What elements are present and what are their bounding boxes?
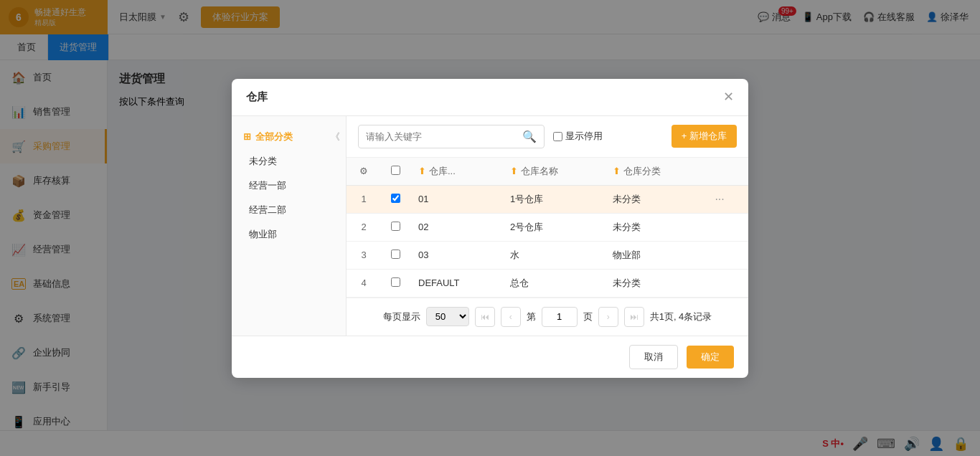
modal-overlay: 仓库 ✕ ⊞ 全部分类 《 未分类 经 (0, 0, 980, 456)
category-ops2[interactable]: 经营二部 (232, 198, 346, 222)
table-row: 4 DEFAULT 总仓 未分类 (347, 269, 748, 297)
search-box: 🔍 (358, 125, 545, 148)
warehouse-tbody: 1 01 1号仓库 未分类 ··· 2 02 2号仓库 未分类 3 03 水 物… (347, 185, 748, 297)
row-actions (706, 269, 748, 297)
category-property-label: 物业部 (249, 229, 277, 239)
th-category: ⬆ 仓库分类 (604, 158, 707, 186)
show-disabled-label: 显示停用 (565, 130, 603, 143)
search-button[interactable]: 🔍 (515, 125, 544, 148)
row-code: 02 (410, 213, 501, 241)
th-category-label: 仓库分类 (623, 165, 661, 178)
row-checkbox-cell (381, 213, 410, 241)
row-checkbox-cell (381, 185, 410, 213)
all-categories-header[interactable]: ⊞ 全部分类 (232, 125, 304, 149)
modal-main-content: 🔍 显示停用 + 新增仓库 ⚙ (347, 116, 748, 336)
row-category: 未分类 (604, 213, 707, 241)
row-code: 03 (410, 241, 501, 269)
th-code: ⬆ 仓库... (410, 158, 501, 186)
row-actions: ··· (706, 185, 748, 213)
pagination: 每页显示 50 20 100 ⏮ ‹ 第 页 › ⏭ 共1页, 4条记录 (347, 298, 748, 336)
category-unclassified-label: 未分类 (249, 156, 277, 166)
row-code: DEFAULT (410, 269, 501, 297)
more-icon[interactable]: ··· (715, 193, 724, 205)
modal-header: 仓库 ✕ (232, 79, 748, 116)
category-ops2-label: 经营二部 (249, 204, 286, 215)
modal-category-sidebar: ⊞ 全部分类 《 未分类 经营一部 经营二部 物业部 (232, 116, 347, 336)
row-number: 4 (347, 269, 381, 297)
th-actions (706, 158, 748, 186)
row-name: 1号仓库 (501, 185, 604, 213)
warehouse-modal: 仓库 ✕ ⊞ 全部分类 《 未分类 经 (232, 79, 748, 378)
row-checkbox[interactable] (391, 250, 400, 259)
row-category: 物业部 (604, 241, 707, 269)
modal-footer: 取消 确定 (232, 336, 748, 378)
row-checkbox[interactable] (391, 222, 400, 231)
row-number: 2 (347, 213, 381, 241)
row-name: 总仓 (501, 269, 604, 297)
row-checkbox[interactable] (391, 194, 400, 203)
row-number: 1 (347, 185, 381, 213)
row-name: 水 (501, 241, 604, 269)
table-row: 2 02 2号仓库 未分类 (347, 213, 748, 241)
sort-icon: ⬆ (418, 166, 426, 176)
category-property[interactable]: 物业部 (232, 222, 346, 247)
modal-close-button[interactable]: ✕ (723, 90, 734, 103)
page-input[interactable] (542, 307, 578, 327)
modal-body: ⊞ 全部分类 《 未分类 经营一部 经营二部 物业部 (232, 116, 748, 336)
collapse-sidebar-button[interactable]: 《 (325, 128, 346, 146)
th-checkbox (381, 158, 410, 186)
th-code-label: 仓库... (429, 165, 456, 178)
total-info: 共1页, 4条记录 (650, 310, 712, 323)
category-ops1-label: 经营一部 (249, 180, 286, 191)
row-name: 2号仓库 (501, 213, 604, 241)
row-category: 未分类 (604, 269, 707, 297)
confirm-button[interactable]: 确定 (687, 346, 734, 369)
row-category: 未分类 (604, 185, 707, 213)
modal-title: 仓库 (246, 90, 268, 104)
page-unit-label: 页 (583, 310, 593, 323)
warehouse-table: ⚙ ⬆ 仓库... (347, 158, 748, 298)
first-page-button[interactable]: ⏮ (475, 307, 495, 327)
prev-page-button[interactable]: ‹ (501, 307, 521, 327)
th-name: ⬆ 仓库名称 (501, 158, 604, 186)
row-actions (706, 213, 748, 241)
show-disabled-checkbox[interactable] (553, 132, 562, 141)
next-page-button[interactable]: › (598, 307, 618, 327)
th-name-label: 仓库名称 (521, 165, 558, 178)
th-settings: ⚙ (347, 158, 381, 186)
per-page-label: 每页显示 (383, 310, 420, 323)
page-label: 第 (527, 310, 536, 323)
row-checkbox-cell (381, 241, 410, 269)
settings-col-icon: ⚙ (359, 166, 368, 176)
table-row: 1 01 1号仓库 未分类 ··· (347, 185, 748, 213)
table-row: 3 03 水 物业部 (347, 241, 748, 269)
row-number: 3 (347, 241, 381, 269)
grid-icon: ⊞ (243, 131, 251, 142)
table-header-row: ⚙ ⬆ 仓库... (347, 158, 748, 186)
all-categories-label: 全部分类 (255, 130, 293, 143)
warehouse-table-wrap: ⚙ ⬆ 仓库... (347, 158, 748, 298)
cancel-button[interactable]: 取消 (629, 345, 678, 369)
per-page-select[interactable]: 50 20 100 (426, 307, 469, 326)
category-unclassified[interactable]: 未分类 (232, 149, 346, 174)
search-input[interactable] (359, 127, 515, 146)
last-page-button[interactable]: ⏭ (624, 307, 644, 327)
add-warehouse-button[interactable]: + 新增仓库 (672, 125, 737, 148)
modal-toolbar: 🔍 显示停用 + 新增仓库 (347, 116, 748, 158)
chevron-left-icon: 《 (331, 130, 340, 143)
row-checkbox-cell (381, 269, 410, 297)
show-disabled-checkbox-label[interactable]: 显示停用 (553, 130, 603, 143)
row-code: 01 (410, 185, 501, 213)
category-ops1[interactable]: 经营一部 (232, 174, 346, 198)
sort-icon-category: ⬆ (613, 166, 621, 176)
row-actions (706, 241, 748, 269)
sort-icon-name: ⬆ (510, 166, 518, 176)
select-all-checkbox[interactable] (391, 166, 400, 175)
row-checkbox[interactable] (391, 277, 400, 287)
